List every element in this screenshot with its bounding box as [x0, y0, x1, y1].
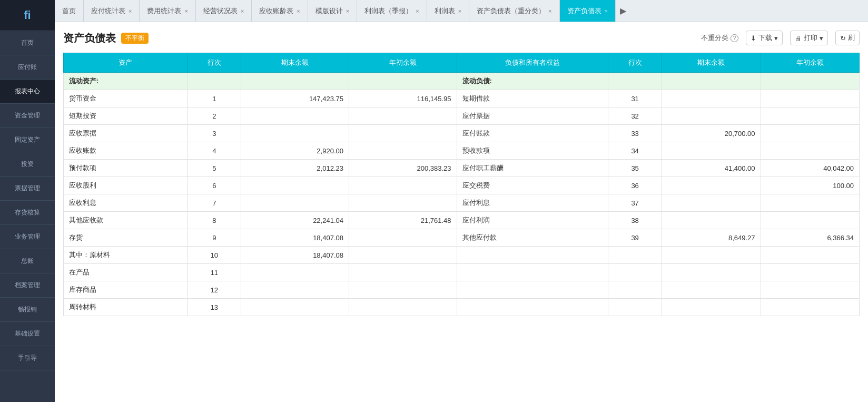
- tab-balance-sheet[interactable]: 资产负债表 ×: [560, 0, 616, 22]
- asset-name[interactable]: 应收股利: [64, 177, 188, 194]
- liability-name[interactable]: [457, 281, 608, 299]
- liability-period-end[interactable]: 20,700.00: [662, 125, 761, 142]
- liability-name[interactable]: 应付账款: [457, 125, 608, 142]
- liability-name[interactable]: [457, 264, 608, 281]
- sidebar-item-sales[interactable]: 畅报销: [0, 298, 55, 322]
- tab-ar-aging-close[interactable]: ×: [297, 8, 300, 14]
- liability-period-end[interactable]: [662, 247, 761, 264]
- tab-balance-reclassified[interactable]: 资产负债表（重分类） ×: [469, 0, 559, 22]
- asset-name[interactable]: 应收票据: [64, 125, 188, 142]
- refresh-button[interactable]: ↻ 刷: [835, 31, 860, 45]
- liability-year-start[interactable]: [761, 142, 859, 160]
- sidebar-item-basic-settings[interactable]: 基础设置: [0, 322, 55, 346]
- asset-year-start[interactable]: [349, 125, 457, 142]
- sidebar-item-home[interactable]: 首页: [0, 31, 55, 55]
- sidebar-item-bill-mgmt[interactable]: 票据管理: [0, 177, 55, 201]
- liability-period-end[interactable]: [662, 299, 761, 316]
- asset-period-end[interactable]: 147,423.75: [241, 90, 349, 107]
- asset-period-end[interactable]: [241, 194, 349, 212]
- liability-name[interactable]: 应付职工薪酬: [457, 160, 608, 177]
- asset-name[interactable]: 其中：原材料: [64, 247, 188, 264]
- liability-name[interactable]: 应付利息: [457, 194, 608, 212]
- asset-year-start[interactable]: [349, 194, 457, 212]
- liability-year-start[interactable]: [761, 247, 859, 264]
- asset-name[interactable]: 预付款项: [64, 160, 188, 177]
- liability-period-end[interactable]: [662, 194, 761, 212]
- asset-year-start[interactable]: [349, 229, 457, 247]
- asset-year-start[interactable]: [349, 281, 457, 299]
- tab-home[interactable]: 首页: [55, 0, 84, 22]
- liability-year-start[interactable]: 40,042.00: [761, 160, 859, 177]
- asset-name[interactable]: 货币资金: [64, 90, 188, 107]
- sidebar-item-business-mgmt[interactable]: 业务管理: [0, 225, 55, 249]
- asset-year-start[interactable]: [349, 299, 457, 316]
- asset-period-end[interactable]: [241, 264, 349, 281]
- asset-name[interactable]: 库存商品: [64, 281, 188, 299]
- liability-year-start[interactable]: [761, 299, 859, 316]
- asset-period-end[interactable]: 2,012.23: [241, 160, 349, 177]
- asset-year-start[interactable]: 200,383.23: [349, 160, 457, 177]
- liability-period-end[interactable]: [662, 142, 761, 160]
- tab-scroll-right[interactable]: ▶: [616, 6, 630, 16]
- tab-balance-sheet-close[interactable]: ×: [605, 8, 608, 14]
- sidebar-item-wizard[interactable]: 手引导: [0, 346, 55, 370]
- tab-income-quarterly[interactable]: 利润表（季报） ×: [357, 0, 427, 22]
- download-button[interactable]: ⬇ 下载 ▾: [746, 31, 783, 45]
- liability-period-end[interactable]: [662, 90, 761, 107]
- sidebar-item-inventory-calc[interactable]: 存货核算: [0, 201, 55, 225]
- asset-year-start[interactable]: 116,145.95: [349, 90, 457, 107]
- asset-name[interactable]: 在产品: [64, 264, 188, 281]
- help-icon[interactable]: ?: [731, 34, 738, 42]
- asset-name[interactable]: 应收账款: [64, 142, 188, 160]
- tab-business-status[interactable]: 经营状况表 ×: [196, 0, 252, 22]
- liability-year-start[interactable]: [761, 125, 859, 142]
- tab-income-quarterly-close[interactable]: ×: [416, 8, 419, 14]
- asset-name[interactable]: 周转材料: [64, 299, 188, 316]
- tab-income-stmt-close[interactable]: ×: [458, 8, 461, 14]
- tab-template-design-close[interactable]: ×: [346, 8, 349, 14]
- asset-year-start[interactable]: [349, 247, 457, 264]
- liability-name[interactable]: [457, 299, 608, 316]
- sidebar-item-investment[interactable]: 投资: [0, 152, 55, 177]
- sidebar-item-ledger[interactable]: 总账: [0, 249, 55, 273]
- asset-period-end[interactable]: [241, 125, 349, 142]
- liability-year-start[interactable]: [761, 281, 859, 299]
- liability-year-start[interactable]: [761, 194, 859, 212]
- tab-balance-reclassified-close[interactable]: ×: [548, 8, 551, 14]
- no-reclassify-item[interactable]: 不重分类 ?: [701, 33, 738, 43]
- liability-name[interactable]: 其他应付款: [457, 229, 608, 247]
- asset-year-start[interactable]: [349, 177, 457, 194]
- liability-name[interactable]: 应付票据: [457, 107, 608, 125]
- sidebar-item-doc-mgmt[interactable]: 档案管理: [0, 273, 55, 298]
- print-button[interactable]: 🖨 打印 ▾: [790, 31, 828, 45]
- asset-period-end[interactable]: [241, 177, 349, 194]
- tab-ap-summary[interactable]: 应付统计表 ×: [84, 0, 140, 22]
- asset-year-start[interactable]: [349, 264, 457, 281]
- tab-expense-summary[interactable]: 费用统计表 ×: [140, 0, 195, 22]
- liability-period-end[interactable]: [662, 177, 761, 194]
- liability-name[interactable]: 应交税费: [457, 177, 608, 194]
- tab-business-status-close[interactable]: ×: [241, 8, 244, 14]
- tab-expense-summary-close[interactable]: ×: [184, 8, 188, 14]
- liability-year-start[interactable]: [761, 107, 859, 125]
- liability-period-end[interactable]: [662, 264, 761, 281]
- asset-period-end[interactable]: 18,407.08: [241, 247, 349, 264]
- asset-period-end[interactable]: [241, 281, 349, 299]
- asset-period-end[interactable]: 2,920.00: [241, 142, 349, 160]
- liability-name[interactable]: 预收款项: [457, 142, 608, 160]
- liability-year-start[interactable]: 6,366.34: [761, 229, 859, 247]
- asset-name[interactable]: 存货: [64, 229, 188, 247]
- liability-name[interactable]: 短期借款: [457, 90, 608, 107]
- asset-period-end[interactable]: [241, 107, 349, 125]
- sidebar-item-fixed-assets[interactable]: 固定资产: [0, 128, 55, 152]
- liability-year-start[interactable]: [761, 264, 859, 281]
- liability-name[interactable]: [457, 247, 608, 264]
- liability-year-start[interactable]: [761, 90, 859, 107]
- liability-name[interactable]: 应付利润: [457, 212, 608, 229]
- tab-income-stmt[interactable]: 利润表 ×: [427, 0, 469, 22]
- liability-period-end[interactable]: 41,400.00: [662, 160, 761, 177]
- asset-year-start[interactable]: 21,761.48: [349, 212, 457, 229]
- liability-year-start[interactable]: 100.00: [761, 177, 859, 194]
- asset-period-end[interactable]: [241, 299, 349, 316]
- tab-template-design[interactable]: 模版设计 ×: [308, 0, 357, 22]
